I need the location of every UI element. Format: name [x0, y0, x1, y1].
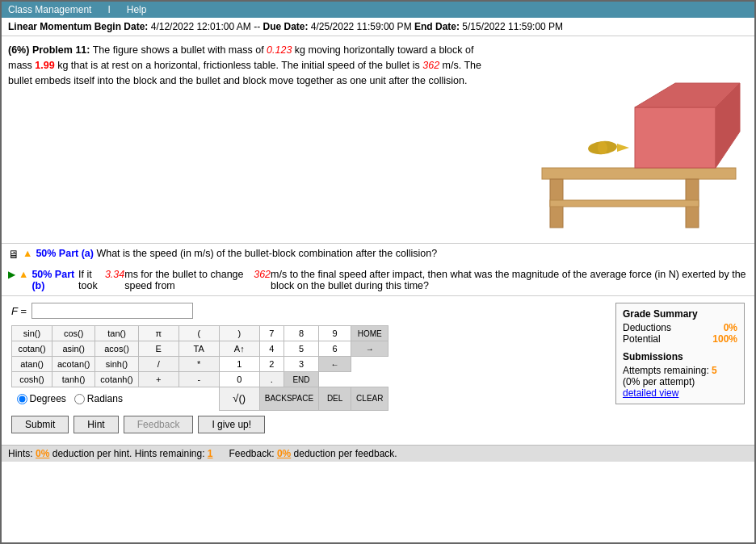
problem-text: (6%) Problem 11: The figure shows a bull…	[8, 43, 506, 236]
calc-5[interactable]: 5	[284, 341, 318, 357]
calc-cos[interactable]: cos()	[52, 326, 95, 341]
header-due-label: Due Date:	[263, 21, 309, 32]
calc-minus[interactable]: -	[178, 372, 219, 387]
calc-left[interactable]: ←	[319, 357, 351, 372]
hints-percent[interactable]: 0%	[36, 448, 49, 459]
grade-summary-title: Grade Summary	[623, 308, 737, 320]
bullet-mass: 0.123	[267, 44, 292, 56]
radians-radio-label[interactable]: Radians	[74, 393, 123, 404]
svg-rect-4	[635, 107, 716, 168]
calc-3[interactable]: 3	[284, 357, 318, 372]
menu-help[interactable]: Help	[127, 4, 147, 15]
header-begin-date: 4/12/2022 12:01:00 AM	[151, 21, 251, 32]
calc-ta[interactable]: TA	[178, 341, 219, 357]
calc-atan[interactable]: atan()	[12, 357, 52, 372]
hints-bar: Hints: 0% deduction per hint. Hints rema…	[2, 445, 754, 462]
submit-row: Submit Hint Feedback I give up!	[11, 411, 607, 438]
detailed-view-link[interactable]: detailed view	[623, 387, 678, 399]
deductions-value: 0%	[724, 322, 737, 333]
per-attempt-row: (0% per attempt)	[623, 376, 737, 387]
answer-section: F = sin() cos() tan() π ( ) 7 8 9 HOME	[11, 303, 607, 438]
calc-cotan[interactable]: cotan()	[12, 341, 52, 357]
submit-button[interactable]: Submit	[11, 416, 69, 433]
calc-dot[interactable]: .	[259, 372, 284, 387]
calc-tan[interactable]: tan()	[95, 326, 138, 341]
grade-summary-panel: Grade Summary Deductions 0% Potential 10…	[615, 303, 745, 438]
calc-sqrt[interactable]: √()	[219, 387, 259, 411]
calc-cosh[interactable]: cosh()	[12, 372, 52, 387]
calc-acotan[interactable]: acotan()	[52, 357, 95, 372]
calc-home[interactable]: HOME	[351, 326, 388, 341]
feedback-percent[interactable]: 0%	[277, 448, 291, 459]
submissions-title: Submissions	[623, 351, 737, 362]
problem-desc1: The figure shows a bullet with mass of	[93, 44, 267, 56]
hints-prefix: Hints:	[8, 448, 33, 459]
feedback-text: deduction per feedback.	[294, 448, 397, 459]
answer-input[interactable]	[32, 303, 193, 319]
calc-aup[interactable]: A↑	[219, 341, 259, 357]
svg-marker-8	[617, 144, 629, 152]
attempts-value: 5	[712, 365, 717, 376]
part-a-label: 50% Part (a)	[36, 248, 94, 259]
f-label: F =	[11, 305, 27, 317]
calc-multiply[interactable]: *	[178, 357, 219, 372]
arrow-icon: ▶	[8, 269, 15, 280]
problem-percent: (6%)	[8, 44, 29, 56]
calc-right[interactable]: →	[351, 341, 388, 357]
calc-backspace[interactable]: BACKSPACE	[259, 387, 318, 411]
calc-open-paren[interactable]: (	[178, 326, 219, 341]
calc-2[interactable]: 2	[259, 357, 284, 372]
feedback-prefix: Feedback:	[229, 448, 275, 459]
calc-9[interactable]: 9	[319, 326, 351, 341]
calc-close-paren[interactable]: )	[219, 326, 259, 341]
degrees-radio-label[interactable]: Degrees	[17, 393, 66, 404]
feedback-button[interactable]: Feedback	[124, 416, 194, 433]
header-separator: --	[254, 21, 262, 32]
calc-clear[interactable]: CLEAR	[351, 387, 388, 411]
submissions-section: Submissions Attempts remaining: 5 (0% pe…	[623, 351, 737, 399]
hint-button[interactable]: Hint	[74, 416, 118, 433]
svg-rect-0	[542, 168, 736, 179]
part-a-question: What is the speed (in m/s) of the bullet…	[96, 248, 437, 259]
hints-remaining[interactable]: 1	[208, 448, 213, 459]
degrees-radio[interactable]	[17, 394, 27, 404]
calc-asin[interactable]: asin()	[52, 341, 95, 357]
calc-1[interactable]: 1	[219, 357, 259, 372]
potential-value: 100%	[712, 333, 737, 345]
give-up-button[interactable]: I give up!	[198, 416, 265, 433]
calc-0[interactable]: 0	[219, 372, 259, 387]
calc-plus[interactable]: +	[138, 372, 178, 387]
problem-image	[506, 43, 748, 236]
calc-del[interactable]: DEL	[319, 387, 351, 411]
menu-divider: I	[107, 4, 110, 15]
calc-cotanh[interactable]: cotanh()	[95, 372, 138, 387]
part-a-row: 🖥 ▲ 50% Part (a) What is the speed (in m…	[2, 244, 754, 265]
calc-divide[interactable]: /	[138, 357, 178, 372]
calc-pi[interactable]: π	[138, 326, 178, 341]
calc-4[interactable]: 4	[259, 341, 284, 357]
header-title: Linear Momentum	[8, 21, 91, 32]
part-b-speed: 362	[254, 269, 271, 280]
svg-rect-3	[550, 200, 699, 207]
calc-6[interactable]: 6	[319, 341, 351, 357]
part-b-row: ▶ ▲ 50% Part (b) If it took 3.34 ms for …	[2, 265, 754, 296]
calc-acos[interactable]: acos()	[95, 341, 138, 357]
block-mass: 1.99	[35, 60, 54, 71]
calc-8[interactable]: 8	[284, 326, 318, 341]
calc-sinh[interactable]: sinh()	[95, 357, 138, 372]
potential-label: Potential	[623, 333, 661, 345]
calc-sin[interactable]: sin()	[12, 326, 52, 341]
part-b-desc3: m/s to the final speed after impact, the…	[271, 269, 748, 291]
calc-tanh[interactable]: tanh()	[52, 372, 95, 387]
radians-radio[interactable]	[74, 394, 85, 404]
header-end-date: 5/15/2022 11:59:00 PM	[462, 21, 563, 32]
calc-end[interactable]: END	[284, 372, 318, 387]
calc-e[interactable]: E	[138, 341, 178, 357]
menu-class-management[interactable]: Class Management	[8, 4, 91, 15]
calc-7[interactable]: 7	[259, 326, 284, 341]
hints-text: deduction per hint. Hints remaining:	[52, 448, 208, 459]
angle-mode: Degrees Radians	[17, 390, 134, 408]
part-b-desc2: ms for the bullet to change speed from	[124, 269, 254, 291]
bullet-speed: 362	[422, 60, 439, 71]
per-attempt-text: (0% per attempt)	[623, 376, 695, 387]
